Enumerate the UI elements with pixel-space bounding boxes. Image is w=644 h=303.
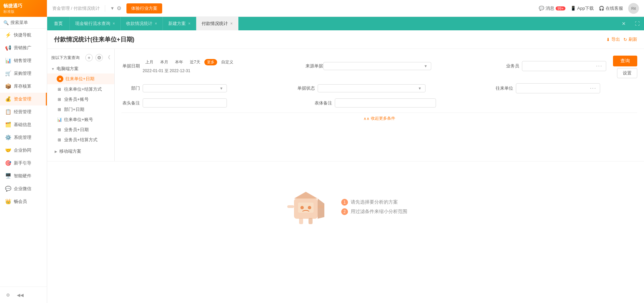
sidebar-item-sales[interactable]: 📊 销售管理 — [0, 54, 47, 67]
topbar-gear-icon[interactable]: ⚙ — [117, 5, 121, 11]
content-area: 付款情况统计(往来单位+日期) ⬇ 导出 ↻ 刷新 按 — [47, 30, 644, 303]
svg-marker-1 — [294, 192, 318, 199]
sidebar-item-basic-info[interactable]: 🗂️ 基础信息 — [0, 118, 47, 131]
tab-bank-flow-close[interactable]: × — [113, 21, 115, 26]
date-this-month[interactable]: 本月 — [157, 58, 171, 66]
scheme-item-staff-date[interactable]: ⊞ 业务员+日期 — [47, 125, 114, 135]
date-last-month[interactable]: 上月 — [143, 58, 156, 66]
marketing-icon: 📢 — [5, 45, 11, 51]
date-this-year[interactable]: 本年 — [172, 58, 186, 66]
partner-label: 往来单位 — [495, 85, 513, 91]
date-7days[interactable]: 近7天 — [187, 58, 203, 66]
header-note-input[interactable] — [143, 98, 227, 108]
header-note-label: 表头备注 — [121, 100, 140, 106]
basic-info-icon: 🗂️ — [5, 122, 11, 128]
sidebar-item-finance[interactable]: 💰 资金管理 — [0, 93, 47, 105]
scheme-item-unit-settle[interactable]: ⊞ 往来单位+结算方式 — [47, 84, 114, 94]
experience-btn[interactable]: 体验行业方案 — [126, 3, 162, 13]
sidebar-item-wechat[interactable]: 💬 企业微信 — [0, 182, 47, 195]
sidebar-item-label: 系统管理 — [14, 134, 31, 141]
scheme-item-label: 业务员+日期 — [64, 127, 89, 133]
staff-field: 业务员 ··· — [501, 61, 606, 71]
query-btn[interactable]: 查询 — [613, 56, 637, 66]
export-btn[interactable]: ⬇ 导出 — [606, 36, 620, 42]
sidebar-item-enterprise[interactable]: 🤝 企业协同 — [0, 144, 47, 157]
partner-field: 往来单位 ··· — [495, 83, 600, 93]
date-more[interactable]: 更多 — [204, 59, 217, 65]
scheme-item-unit-date[interactable]: ● 往来单位+日期 — [47, 73, 114, 84]
body-note-field: 表体备注 — [314, 98, 436, 108]
empty-state: 1 请先选择要分析的方案 2 用过滤条件来缩小分析范围 — [47, 161, 644, 252]
refresh-btn[interactable]: ↻ 刷新 — [623, 36, 637, 42]
sidebar-item-inventory[interactable]: 📦 库存核算 — [0, 80, 47, 93]
sidebar-search-btn[interactable]: 🔍 搜索菜单 — [0, 17, 47, 29]
maximize-window-btn[interactable]: ⛶ — [631, 17, 644, 30]
scheme-collapse-btn[interactable]: 《 — [106, 55, 110, 61]
filter-settings-btn[interactable]: 设置 — [617, 68, 637, 78]
tab-home[interactable]: 首页 — [47, 17, 70, 30]
filter-row-1: 单据日期 上月 本月 本年 近7天 更多 自定义 20 — [121, 54, 637, 78]
tab-payment-stats-close[interactable]: × — [230, 21, 233, 26]
sidebar-item-label: 新手引导 — [14, 160, 31, 166]
sidebar-item-quick-nav[interactable]: ⚡ 快捷导航 — [0, 29, 47, 41]
tab-window-btns: ✕ ⛶ — [617, 17, 644, 30]
tab-new-scheme[interactable]: 新建方案 × — [163, 17, 196, 30]
scheme-settings-btn[interactable]: ⚙ — [95, 54, 103, 61]
phone-icon: 📱 — [570, 6, 576, 11]
scheme-item-staff-account[interactable]: ⊞ 业务员+账号 — [47, 94, 114, 104]
user-avatar[interactable]: Rit — [628, 3, 639, 14]
sidebar-footer: ⚙ ◀◀ — [0, 286, 47, 303]
tab-new-scheme-close[interactable]: × — [188, 21, 191, 26]
date-custom[interactable]: 自定义 — [218, 58, 236, 66]
hardware-icon: 🖥️ — [5, 173, 11, 179]
tab-receivable[interactable]: 收款情况统计 × — [121, 17, 163, 30]
sidebar-item-label: 基础信息 — [14, 122, 31, 128]
source-voucher-select[interactable]: ▼ — [323, 62, 431, 70]
inventory-icon: 📦 — [5, 83, 11, 89]
online-service-btn[interactable]: 🎧 在线客服 — [599, 5, 623, 11]
svg-rect-9 — [309, 218, 313, 224]
system-icon: ⚙️ — [5, 134, 11, 141]
sidebar-item-purchase[interactable]: 🛒 采购管理 — [0, 67, 47, 80]
scheme-mobile-header[interactable]: ▶ 移动端方案 — [47, 147, 114, 156]
app-download-btn[interactable]: 📱 App下载 — [570, 5, 594, 11]
scheme-item-table-icon: ⊞ — [57, 137, 62, 143]
staff-select[interactable]: ··· — [522, 61, 606, 71]
sidebar-item-system[interactable]: ⚙️ 系统管理 — [0, 131, 47, 144]
sidebar-item-vip[interactable]: 👑 畅会员 — [0, 195, 47, 208]
scheme-arrow-icon: ▼ — [51, 67, 55, 71]
tab-payment-stats[interactable]: 付款情况统计 × — [196, 17, 238, 30]
sidebar-search-label: 搜索菜单 — [10, 20, 28, 26]
scheme-item-dept-date[interactable]: ⊞ 部门+日期 — [47, 104, 114, 115]
sidebar-item-hardware[interactable]: 🖥️ 智能硬件 — [0, 170, 47, 182]
scheme-add-btn[interactable]: + — [85, 54, 93, 61]
sidebar-collapse-btn[interactable]: ◀◀ — [16, 290, 25, 300]
scheme-item-label: 业务员+结算方式 — [64, 137, 97, 143]
partner-select[interactable]: ··· — [516, 83, 600, 93]
body-note-input[interactable] — [335, 98, 436, 108]
sidebar-item-guide[interactable]: 🎯 新手引导 — [0, 157, 47, 170]
sidebar-settings-btn[interactable]: ⚙ — [3, 290, 13, 300]
partner-more-icon[interactable]: ··· — [590, 85, 596, 91]
dept-select[interactable]: ▼ — [143, 84, 227, 92]
topbar-actions: 💬 消息 99+ 📱 App下载 🎧 在线客服 Rit — [539, 3, 639, 14]
export-label: 导出 — [611, 36, 620, 42]
sidebar-item-marketing[interactable]: 📢 营销推广 — [0, 41, 47, 54]
voucher-status-select[interactable]: ▼ — [318, 84, 426, 92]
collapse-bar[interactable]: ∧∧ 收起更多条件 — [121, 113, 637, 124]
tab-receivable-close[interactable]: × — [155, 21, 157, 26]
source-voucher-label: 来源单据 — [305, 63, 321, 69]
step-1-num: 1 — [341, 199, 348, 206]
topbar-breadcrumb: 资金管理 / 付款情况统计 — [52, 5, 100, 11]
scheme-item-unit-account[interactable]: 📊 往来单位+账号 — [47, 115, 114, 125]
sidebar-item-label: 经营管理 — [14, 109, 31, 115]
scheme-item-staff-settle[interactable]: ⊞ 业务员+结算方式 — [47, 135, 114, 145]
scheme-desktop-header[interactable]: ▼ 电脑端方案 — [47, 64, 114, 73]
topbar-dropdown-icon[interactable]: ▼ — [110, 6, 115, 11]
staff-more-icon[interactable]: ··· — [596, 63, 603, 69]
tab-bank-flow[interactable]: 现金银行流水查询 × — [70, 17, 121, 30]
notification-btn[interactable]: 💬 消息 99+ — [539, 5, 565, 11]
scheme-item-label: 业务员+账号 — [64, 96, 89, 102]
sidebar-item-operation[interactable]: 📋 经营管理 — [0, 105, 47, 118]
close-window-btn[interactable]: ✕ — [617, 17, 631, 30]
